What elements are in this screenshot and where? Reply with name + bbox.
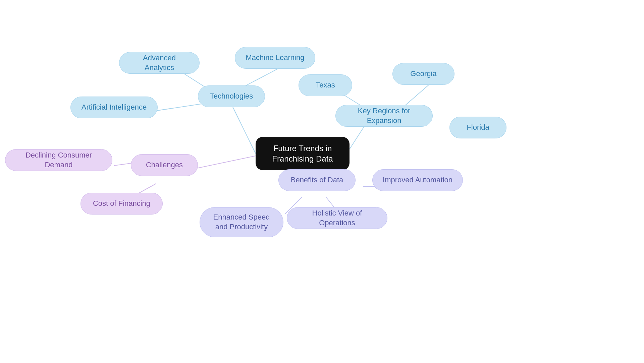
texas-node: Texas (299, 74, 352, 96)
center-node: Future Trends in Franchising Data (256, 137, 350, 170)
challenges-node: Challenges (131, 154, 198, 176)
key-regions-node: Key Regions for Expansion (335, 105, 433, 127)
advanced-analytics-node: Advanced Analytics (119, 52, 200, 74)
improved-automation-node: Improved Automation (372, 169, 463, 191)
svg-line-0 (231, 104, 256, 154)
cost-financing-node: Cost of Financing (80, 193, 163, 215)
georgia-node: Georgia (392, 63, 454, 85)
machine-learning-node: Machine Learning (235, 47, 315, 69)
enhanced-speed-node: Enhanced Speed and Productivity (200, 207, 283, 237)
technologies-node: Technologies (198, 85, 265, 107)
artificial-intelligence-node: Artificial Intelligence (70, 97, 158, 118)
florida-node: Florida (449, 117, 506, 138)
holistic-view-node: Holistic View of Operations (287, 207, 387, 229)
declining-demand-node: Declining Consumer Demand (5, 149, 112, 171)
benefits-node: Benefits of Data (278, 169, 356, 191)
